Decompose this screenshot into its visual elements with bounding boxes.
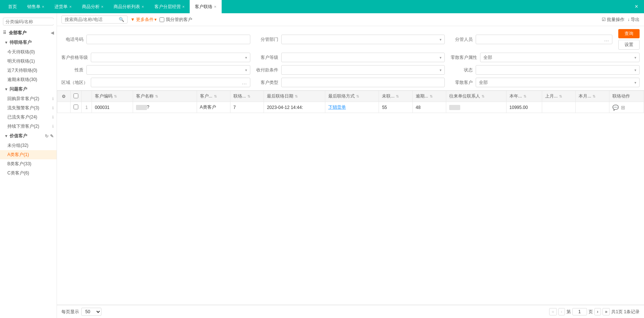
prev-page-btn[interactable]: ‹ [558, 308, 565, 315]
page-number-input[interactable] [572, 308, 587, 315]
sidebar-collapse-icon[interactable]: ◀ [51, 31, 54, 35]
sidebar-item-overdue-contact[interactable]: 逾期未联络(30) [0, 75, 57, 84]
nav-close-product-analysis-list[interactable]: × [142, 4, 144, 9]
dept-dropdown[interactable]: ▾ [281, 35, 445, 44]
nav-sales-order[interactable]: 销售单 × [22, 0, 49, 13]
nav-product-analysis[interactable]: 商品分析 × [77, 0, 108, 13]
nav-purchase-order[interactable]: 进货单 × [49, 0, 76, 13]
status-dropdown[interactable]: ▾ [476, 65, 640, 75]
sidebar-item-ungrouped[interactable]: 未分组(32) [0, 141, 57, 150]
customer-level-dropdown[interactable]: ▾ [281, 53, 445, 62]
cell-no-contact: 55 [379, 102, 412, 113]
main-layout: 🔍 ⠿ 全部客户 ◀ ▼ 待联络客户 今天待联络(0) 明天待联络(1) 近7天… [0, 13, 644, 318]
last-page-btn[interactable]: » [602, 308, 610, 315]
first-page-btn[interactable]: « [549, 308, 557, 315]
sidebar-search-box[interactable]: 🔍 [3, 18, 54, 25]
col-this-year: 本年... ⇅ [506, 91, 542, 102]
nature-dropdown[interactable]: ▾ [86, 65, 250, 75]
scattered-dropdown[interactable]: 全部 ▾ [476, 78, 640, 87]
chat-icon[interactable]: 💬 [612, 105, 619, 110]
name-gray-block [136, 105, 147, 110]
nav-customer-segment[interactable]: 客户分层经营 × [149, 0, 190, 13]
sidebar-item-class-c[interactable]: C类客户(6) [0, 169, 57, 178]
col-rownum [82, 91, 92, 102]
sort-thisyear-icon[interactable]: ⇅ [523, 94, 526, 98]
sidebar-item-class-b[interactable]: B类客户(33) [0, 159, 57, 169]
sidebar-group-problem-customers[interactable]: ▼ 问题客户 [0, 84, 57, 94]
region-dots-icon: … [242, 80, 247, 85]
price-level-dropdown[interactable]: ▾ [91, 53, 250, 62]
sidebar-item-churned[interactable]: 已流失客户(24) ℹ [0, 113, 57, 122]
payment-dropdown[interactable]: ▾ [281, 65, 445, 75]
nav-home[interactable]: 首页 [3, 0, 22, 13]
col-no-contact: 未联... ⇅ [379, 91, 412, 102]
cell-name: ? [133, 102, 197, 113]
sort-lastmonth-icon[interactable]: ⇅ [559, 94, 562, 98]
arrow-down-icon3: ▼ [4, 134, 8, 138]
next-page-btn[interactable]: › [594, 308, 601, 315]
nav-close-purchase-order[interactable]: × [69, 4, 71, 9]
nav-close-customer-segment[interactable]: × [182, 4, 185, 9]
cell-category: A类客户 [197, 102, 230, 113]
main-search-icon[interactable]: 🔍 [119, 17, 124, 22]
customer-type-input[interactable] [281, 78, 445, 87]
sort-thismonth-icon[interactable]: ⇅ [593, 94, 595, 98]
edit-icon[interactable]: ✎ [50, 134, 54, 139]
main-search-box[interactable]: 🔍 [61, 15, 128, 24]
page-size-select[interactable]: 20 50 100 [81, 308, 101, 316]
nav-product-analysis-list[interactable]: 商品分析列表 × [108, 0, 149, 13]
nav-close-customer-contact[interactable]: × [214, 4, 216, 9]
batch-ops-btn[interactable]: ☑ 批量操作 [602, 17, 625, 23]
sort-nocontact-icon[interactable]: ⇅ [396, 94, 399, 98]
sort-name-icon[interactable]: ⇅ [155, 94, 158, 98]
col-overdue: 逾期... ⇅ [412, 91, 446, 102]
sidebar-item-7days-contact[interactable]: 近7天待联络(0) [0, 66, 57, 75]
select-all-checkbox[interactable] [74, 93, 78, 98]
sort-method-icon[interactable]: ⇅ [356, 94, 359, 98]
col-checkbox [71, 91, 82, 102]
status-arrow-icon: ▾ [634, 68, 636, 72]
search-button[interactable]: 查询 [618, 29, 640, 38]
cell-overdue: 48 [412, 102, 446, 113]
my-customers-filter[interactable]: 我分管的客户 [160, 17, 192, 23]
nav-customer-contact[interactable]: 客户联络 × [190, 0, 221, 13]
sort-unit-icon[interactable]: ⇅ [482, 94, 484, 98]
settings-button[interactable]: 设置 [618, 40, 640, 50]
manager-input[interactable]: … [476, 35, 612, 44]
nav-close-sales-order[interactable]: × [42, 4, 44, 9]
sort-contact-icon[interactable]: ⇅ [247, 94, 250, 98]
sidebar-item-declining[interactable]: 持续下滑客户(2) ℹ [0, 122, 57, 131]
more-conditions-btn[interactable]: ▼ 更多条件 ▾ [130, 17, 157, 23]
my-customers-checkbox[interactable] [160, 17, 164, 22]
sort-category-icon[interactable]: ⇅ [214, 94, 217, 98]
sidebar-item-class-a[interactable]: A类客户(1) [0, 150, 57, 159]
sidebar-item-tomorrow-contact[interactable]: 明天待联络(1) [0, 57, 57, 66]
close-all-tabs[interactable]: × [632, 3, 641, 10]
col-gear[interactable]: ⚙ [57, 91, 71, 102]
col-name: 客户名称 ⇅ [133, 91, 197, 102]
refresh-icon[interactable]: ↻ [45, 134, 49, 139]
grid-action-icon[interactable]: ⊞ [621, 105, 625, 110]
sidebar-group-value-customers[interactable]: ▼ 价值客户 ↻ ✎ [0, 131, 57, 141]
customer-table: ⚙ 客户编码 ⇅ 客户名称 [57, 91, 644, 113]
sidebar-item-today-contact[interactable]: 今天待联络(0) [0, 47, 57, 57]
sidebar-item-repurchase-anomaly[interactable]: 回购异常客户(2) ℹ [0, 94, 57, 103]
contact-method-link[interactable]: 下销货单 [328, 105, 346, 110]
main-search-input[interactable] [65, 17, 119, 22]
col-this-month: 本月... ⇅ [576, 91, 609, 102]
phone-input[interactable] [86, 35, 250, 44]
nav-close-product-analysis[interactable]: × [101, 4, 103, 9]
sidebar-item-churn-warning[interactable]: 流失预警客户(3) ℹ [0, 103, 57, 113]
export-btn[interactable]: ↓ 导出 [627, 17, 640, 23]
sidebar-all-customers[interactable]: ⠿ 全部客户 ◀ [0, 28, 57, 38]
sort-date-icon[interactable]: ⇅ [295, 94, 298, 98]
row-checkbox[interactable] [74, 105, 78, 109]
sort-code-icon[interactable]: ⇅ [114, 94, 117, 98]
sort-overdue-icon[interactable]: ⇅ [430, 94, 433, 98]
cell-last-contact-method: 下销货单 [325, 102, 379, 113]
sidebar-search-input[interactable] [6, 19, 57, 24]
region-input[interactable]: … [91, 78, 250, 87]
filter-row-customer-type: 客户类型 [256, 78, 445, 87]
sidebar-group-pending-contact[interactable]: ▼ 待联络客户 [0, 38, 57, 47]
scattered-attr-dropdown[interactable]: 全部 ▾ [480, 53, 640, 62]
